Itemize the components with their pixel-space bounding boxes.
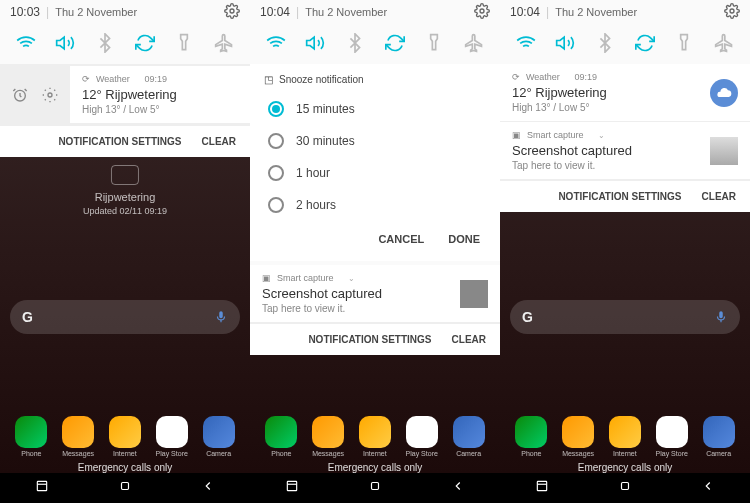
- status-bar: 10:04 | Thu 2 November: [250, 0, 500, 24]
- clear-button[interactable]: CLEAR: [452, 334, 486, 345]
- bluetooth-icon[interactable]: [344, 32, 366, 54]
- home-button[interactable]: [618, 479, 632, 497]
- cancel-button[interactable]: CANCEL: [378, 233, 424, 245]
- airplane-icon[interactable]: [213, 32, 235, 54]
- google-logo-icon: G: [522, 309, 538, 325]
- clear-button[interactable]: CLEAR: [702, 191, 736, 202]
- svg-point-12: [730, 9, 734, 13]
- bluetooth-icon[interactable]: [594, 32, 616, 54]
- snooze-option-30min[interactable]: 30 minutes: [264, 125, 486, 157]
- weather-notification[interactable]: ⟳Weather 09:19 12° Rijpwetering High 13°…: [70, 66, 250, 123]
- rotate-icon[interactable]: [134, 32, 156, 54]
- wifi-icon[interactable]: [15, 32, 37, 54]
- app-phone[interactable]: Phone: [15, 416, 47, 457]
- svg-point-0: [230, 9, 234, 13]
- app-playstore[interactable]: Play Store: [156, 416, 188, 457]
- done-button[interactable]: DONE: [448, 233, 480, 245]
- emergency-text: Emergency calls only: [250, 462, 500, 473]
- notification-settings-button[interactable]: NOTIFICATION SETTINGS: [308, 334, 431, 345]
- sound-icon[interactable]: [54, 32, 76, 54]
- sound-icon[interactable]: [554, 32, 576, 54]
- rotate-icon[interactable]: [384, 32, 406, 54]
- google-search-bar[interactable]: G: [510, 300, 740, 334]
- emergency-text: Emergency calls only: [0, 462, 250, 473]
- navigation-bar: [500, 473, 750, 503]
- bluetooth-icon[interactable]: [94, 32, 116, 54]
- status-bar: 10:03 | Thu 2 November: [0, 0, 250, 24]
- back-button[interactable]: [201, 479, 215, 497]
- back-button[interactable]: [451, 479, 465, 497]
- app-internet[interactable]: Internet: [109, 416, 141, 457]
- mic-icon[interactable]: [714, 310, 728, 324]
- snooze-option-2hours[interactable]: 2 hours: [264, 189, 486, 221]
- gear-icon[interactable]: [724, 3, 740, 22]
- location-icon: ⟳: [512, 72, 520, 82]
- gear-icon[interactable]: [224, 3, 240, 22]
- flashlight-icon[interactable]: [673, 32, 695, 54]
- radio-icon: [268, 133, 284, 149]
- sound-icon[interactable]: [304, 32, 326, 54]
- app-messages[interactable]: Messages: [62, 416, 94, 457]
- svg-marker-13: [557, 37, 565, 49]
- app-camera[interactable]: Camera: [203, 416, 235, 457]
- google-search-bar[interactable]: G: [10, 300, 240, 334]
- app-messages[interactable]: Messages: [562, 416, 594, 457]
- app-phone[interactable]: Phone: [265, 416, 297, 457]
- airplane-icon[interactable]: [463, 32, 485, 54]
- screenshot-thumbnail[interactable]: [710, 137, 738, 165]
- recents-button[interactable]: [535, 479, 549, 497]
- app-internet[interactable]: Internet: [359, 416, 391, 457]
- flashlight-icon[interactable]: [423, 32, 445, 54]
- snooze-option-15min[interactable]: 15 minutes: [264, 93, 486, 125]
- app-camera[interactable]: Camera: [703, 416, 735, 457]
- navigation-bar: [250, 473, 500, 503]
- flashlight-icon[interactable]: [173, 32, 195, 54]
- chevron-down-icon[interactable]: ⌄: [598, 131, 605, 140]
- screenshot-thumbnail[interactable]: [460, 280, 488, 308]
- chevron-down-icon[interactable]: ⌄: [348, 274, 355, 283]
- app-internet[interactable]: Internet: [609, 416, 641, 457]
- clock: 10:04: [510, 5, 540, 19]
- app-messages[interactable]: Messages: [312, 416, 344, 457]
- status-bar: 10:04 | Thu 2 November: [500, 0, 750, 24]
- notification-settings-button[interactable]: NOTIFICATION SETTINGS: [58, 136, 181, 147]
- app-phone[interactable]: Phone: [515, 416, 547, 457]
- cloud-icon: [710, 79, 738, 107]
- svg-point-3: [48, 93, 52, 97]
- rotate-icon[interactable]: [634, 32, 656, 54]
- app-dock: Phone Messages Internet Play Store Camer…: [0, 416, 250, 457]
- emergency-text: Emergency calls only: [500, 462, 750, 473]
- mic-icon[interactable]: [214, 310, 228, 324]
- app-playstore[interactable]: Play Store: [406, 416, 438, 457]
- gear-icon[interactable]: [36, 81, 64, 109]
- snooze-dialog: ◳Snooze notification 15 minutes 30 minut…: [250, 64, 500, 261]
- recents-button[interactable]: [35, 479, 49, 497]
- home-button[interactable]: [118, 479, 132, 497]
- clock: 10:03: [10, 5, 40, 19]
- wifi-icon[interactable]: [515, 32, 537, 54]
- app-camera[interactable]: Camera: [453, 416, 485, 457]
- home-button[interactable]: [368, 479, 382, 497]
- airplane-icon[interactable]: [713, 32, 735, 54]
- app-playstore[interactable]: Play Store: [656, 416, 688, 457]
- clear-button[interactable]: CLEAR: [202, 136, 236, 147]
- gear-icon[interactable]: [474, 3, 490, 22]
- capture-icon: ▣: [512, 130, 521, 140]
- screenshot-notification[interactable]: ▣Smart capture ⌄ Screenshot captured Tap…: [250, 265, 500, 323]
- location-icon: ⟳: [82, 74, 90, 84]
- snooze-option-1hour[interactable]: 1 hour: [264, 157, 486, 189]
- screenshot-notification[interactable]: ▣Smart capture ⌄ Screenshot captured Tap…: [500, 122, 750, 180]
- svg-marker-1: [57, 37, 64, 49]
- weather-widget[interactable]: Rijpwetering Updated 02/11 09:19: [83, 165, 167, 216]
- back-button[interactable]: [701, 479, 715, 497]
- recents-button[interactable]: [285, 479, 299, 497]
- svg-rect-6: [121, 483, 128, 490]
- wifi-icon[interactable]: [265, 32, 287, 54]
- notification-settings-button[interactable]: NOTIFICATION SETTINGS: [558, 191, 681, 202]
- notification-shade: 10:04 | Thu 2 November ⟳Weather 09:19 12…: [500, 0, 750, 212]
- svg-point-7: [480, 9, 484, 13]
- app-dock: Phone Messages Internet Play Store Camer…: [250, 416, 500, 457]
- notification-shade: 10:04 | Thu 2 November ◳Snooze notificat…: [250, 0, 500, 355]
- snooze-icon[interactable]: [6, 81, 34, 109]
- weather-notification[interactable]: ⟳Weather 09:19 12° Rijpwetering High 13°…: [500, 64, 750, 122]
